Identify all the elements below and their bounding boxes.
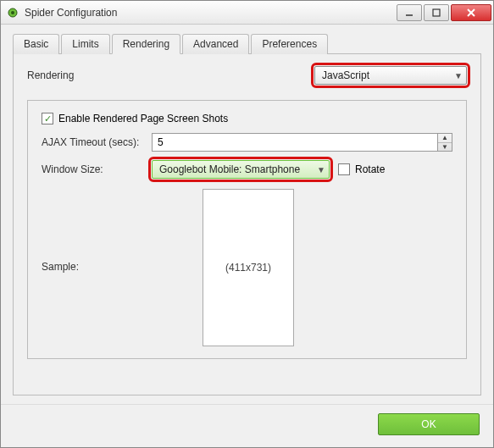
rotate-label: Rotate — [355, 163, 385, 175]
sample-row: Sample: (411x731) — [42, 189, 452, 346]
rotate-wrap: Rotate — [338, 163, 385, 175]
window-buttons — [397, 4, 491, 21]
rendering-select[interactable]: JavaScript ▼ — [314, 66, 467, 85]
tab-rendering[interactable]: Rendering — [112, 34, 180, 54]
rendering-value: JavaScript — [322, 69, 369, 81]
chevron-down-icon: ▼ — [317, 165, 325, 174]
chevron-down-icon: ▼ — [454, 71, 463, 80]
ok-button[interactable]: OK — [378, 413, 480, 435]
spinner-buttons: ▲ ▼ — [437, 133, 452, 152]
tab-limits[interactable]: Limits — [61, 34, 109, 54]
enable-screenshots-label: Enable Rendered Page Screen Shots — [58, 113, 228, 124]
titlebar: Spider Configuration — [1, 1, 493, 25]
tab-basic[interactable]: Basic — [13, 34, 59, 54]
window-title: Spider Configuration — [25, 7, 397, 19]
rendering-row: Rendering JavaScript ▼ — [27, 66, 467, 85]
ajax-timeout-label: AJAX Timeout (secs): — [42, 136, 152, 148]
tab-advanced[interactable]: Advanced — [182, 34, 249, 54]
tab-panel-rendering: Rendering JavaScript ▼ ✓ Enable Rendered… — [13, 54, 481, 395]
sample-preview: (411x731) — [203, 189, 294, 346]
ajax-timeout-spinner[interactable]: ▲ ▼ — [152, 133, 452, 152]
check-icon: ✓ — [44, 114, 52, 124]
maximize-button[interactable] — [424, 4, 449, 21]
rendering-label: Rendering — [27, 69, 120, 81]
sample-label: Sample: — [42, 189, 152, 346]
dialog-window: Spider Configuration Basic Limits Render… — [0, 0, 494, 448]
enable-screenshots-checkbox[interactable]: ✓ — [42, 113, 53, 124]
app-icon — [6, 6, 19, 19]
ajax-timeout-input[interactable] — [152, 133, 437, 152]
enable-screenshots-row: ✓ Enable Rendered Page Screen Shots — [42, 113, 452, 124]
window-size-select[interactable]: Googlebot Mobile: Smartphone ▼ — [152, 160, 330, 179]
window-size-row: Window Size: Googlebot Mobile: Smartphon… — [42, 160, 452, 179]
minimize-button[interactable] — [397, 4, 422, 21]
window-size-value: Googlebot Mobile: Smartphone — [159, 163, 300, 175]
footer: OK — [1, 404, 493, 447]
tabs: Basic Limits Rendering Advanced Preferen… — [13, 33, 481, 54]
tab-preferences[interactable]: Preferences — [251, 34, 328, 54]
rotate-checkbox[interactable] — [338, 163, 350, 175]
sample-dimensions: (411x731) — [225, 262, 271, 274]
svg-rect-3 — [433, 9, 440, 16]
content-area: Basic Limits Rendering Advanced Preferen… — [1, 25, 493, 404]
close-button[interactable] — [451, 4, 491, 21]
svg-point-1 — [11, 11, 14, 14]
spinner-up-icon[interactable]: ▲ — [438, 134, 452, 143]
window-size-label: Window Size: — [42, 163, 152, 175]
ajax-timeout-row: AJAX Timeout (secs): ▲ ▼ — [42, 133, 452, 152]
spinner-down-icon[interactable]: ▼ — [438, 143, 452, 152]
screenshots-panel: ✓ Enable Rendered Page Screen Shots AJAX… — [27, 100, 467, 359]
ok-label: OK — [421, 418, 436, 430]
